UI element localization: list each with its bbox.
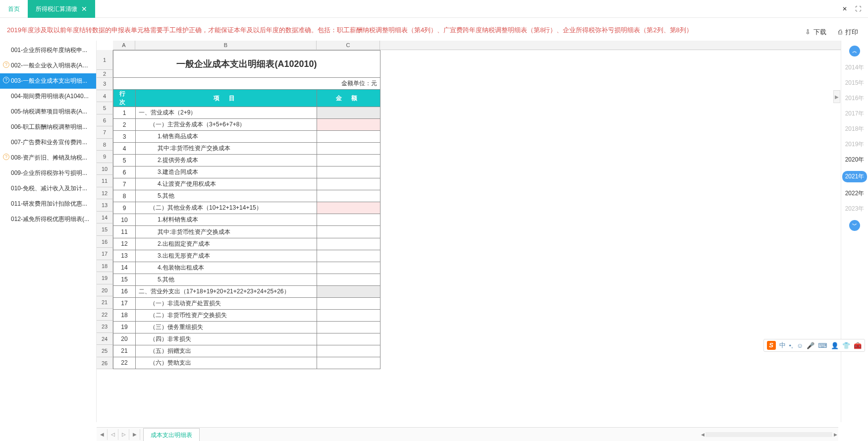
cell-amount[interactable] xyxy=(317,226,380,238)
sidebar-item-0[interactable]: 001-企业所得税年度纳税申... xyxy=(0,43,96,58)
sogou-logo-icon[interactable]: S xyxy=(767,341,776,350)
row-num[interactable]: 17 xyxy=(97,248,112,260)
row-num[interactable]: 14 xyxy=(97,212,112,224)
cell-amount[interactable] xyxy=(317,274,380,285)
cell-amount[interactable] xyxy=(317,214,380,226)
expand-chevron-icon[interactable]: ▶ xyxy=(833,90,840,103)
row-num[interactable]: 3 xyxy=(97,78,112,90)
cell-amount[interactable] xyxy=(317,178,380,190)
cell-amount[interactable] xyxy=(317,333,380,345)
cell-amount[interactable] xyxy=(317,143,380,155)
scroll-down-icon[interactable]: ︾ xyxy=(849,220,860,231)
ime-user-icon[interactable]: 👤 xyxy=(831,342,839,349)
tab-tax-settlement[interactable]: 所得税汇算清缴 ✕ xyxy=(28,0,95,18)
sidebar-item-9[interactable]: 010-免税、减计收入及加计... xyxy=(0,181,96,196)
year-2017年[interactable]: 2017年 xyxy=(845,110,865,118)
cell-amount[interactable] xyxy=(317,190,380,202)
cell-amount[interactable] xyxy=(317,321,380,333)
row-num[interactable]: 9 xyxy=(97,151,112,163)
year-2023年[interactable]: 2023年 xyxy=(845,205,865,213)
row-num[interactable]: 15 xyxy=(97,223,112,236)
row-num[interactable]: 21 xyxy=(97,296,112,309)
sidebar-item-3[interactable]: 004-期间费用明细表(A1040... xyxy=(0,89,96,104)
row-num[interactable]: 4 xyxy=(97,90,112,103)
cell-amount[interactable] xyxy=(317,166,380,178)
sidebar-item-6[interactable]: 007-广告费和业务宣传费跨... xyxy=(0,135,96,150)
ime-keyboard-icon[interactable]: ⌨ xyxy=(818,342,827,349)
cell-amount[interactable] xyxy=(317,357,380,369)
sidebar-item-8[interactable]: 009-企业所得税弥补亏损明... xyxy=(0,165,96,181)
cell-amount[interactable] xyxy=(317,285,380,297)
year-2019年[interactable]: 2019年 xyxy=(845,140,865,149)
row-num[interactable]: 10 xyxy=(97,163,112,175)
year-2022年[interactable]: 2022年 xyxy=(845,189,865,198)
ime-lang[interactable]: 中 xyxy=(779,341,786,350)
cell-amount[interactable] xyxy=(317,250,380,262)
sidebar-item-4[interactable]: 005-纳税调整项目明细表(A... xyxy=(0,104,96,119)
row-num[interactable]: 2 xyxy=(97,70,112,78)
ime-toolbox-icon[interactable]: 🧰 xyxy=(854,342,862,349)
close-tab-icon[interactable]: ✕ xyxy=(81,0,87,18)
year-2014年[interactable]: 2014年 xyxy=(845,63,865,72)
sidebar-item-label: 010-免税、减计收入及加计... xyxy=(11,185,87,192)
cell-amount[interactable] xyxy=(317,202,380,214)
year-2016年[interactable]: 2016年 xyxy=(845,94,865,103)
row-num[interactable]: 22 xyxy=(97,309,112,321)
print-label: 打印 xyxy=(845,27,858,38)
row-num[interactable]: 6 xyxy=(97,114,112,127)
row-num[interactable]: 13 xyxy=(97,199,112,212)
row-num[interactable]: 5 xyxy=(97,102,112,114)
sidebar-item-10[interactable]: 011-研发费用加计扣除优惠... xyxy=(0,196,96,212)
year-2015年[interactable]: 2015年 xyxy=(845,79,865,87)
ime-emoji-icon[interactable]: ☺ xyxy=(797,342,803,349)
cell-amount[interactable] xyxy=(317,119,380,131)
sidebar-item-7[interactable]: ?008-资产折旧、摊销及纳税... xyxy=(0,150,96,165)
col-header-c[interactable]: C xyxy=(317,41,380,50)
print-button[interactable]: ⎙ 打印 xyxy=(838,27,858,38)
year-2020年[interactable]: 2020年 xyxy=(845,156,865,164)
row-num[interactable]: 16 xyxy=(97,236,112,248)
scroll-up-icon[interactable]: ︽ xyxy=(849,46,860,56)
sidebar-item-1[interactable]: ?002-一般企业收入明细表(A10... xyxy=(0,58,96,73)
row-num[interactable]: 19 xyxy=(97,272,112,284)
row-num[interactable]: 20 xyxy=(97,284,112,297)
row-num[interactable]: 7 xyxy=(97,126,112,139)
cell-amount[interactable] xyxy=(317,345,380,357)
ime-skin-icon[interactable]: 👕 xyxy=(842,342,850,349)
cell-amount[interactable] xyxy=(317,131,380,143)
row-num[interactable]: 23 xyxy=(97,321,112,333)
cell-amount[interactable] xyxy=(317,155,380,166)
sidebar-item-5[interactable]: 006-职工薪酬纳税调整明细... xyxy=(0,119,96,135)
year-2018年[interactable]: 2018年 xyxy=(845,125,865,133)
ime-toolbar[interactable]: S 中 •, ☺ 🎤 ⌨ 👤 👕 🧰 xyxy=(763,339,865,352)
cell-amount[interactable] xyxy=(317,107,380,119)
cell-amount[interactable] xyxy=(317,238,380,250)
row-num[interactable]: 26 xyxy=(97,357,112,370)
sidebar-item-11[interactable]: 012-减免所得税优惠明细表(... xyxy=(0,212,96,227)
download-button[interactable]: ⇩ 下载 xyxy=(805,27,826,38)
row-num[interactable]: 18 xyxy=(97,260,112,273)
row-num[interactable]: 12 xyxy=(97,187,112,200)
row-num[interactable]: 11 xyxy=(97,175,112,187)
window-close-icon[interactable]: ✕ xyxy=(842,5,847,12)
year-rail: ︽ 2014年2015年2016年2017年2018年2019年2020年202… xyxy=(841,41,868,422)
help-icon[interactable]: ? xyxy=(3,61,9,68)
tab-home[interactable]: 首页 xyxy=(0,0,28,18)
row-num[interactable]: 8 xyxy=(97,139,112,151)
row-num[interactable]: 25 xyxy=(97,345,112,357)
row-num[interactable]: 1 xyxy=(97,50,112,70)
row-num[interactable]: 24 xyxy=(97,333,112,345)
window-expand-icon[interactable]: ⛶ xyxy=(855,5,861,12)
col-header-b[interactable]: B xyxy=(135,41,317,50)
help-icon[interactable]: ? xyxy=(3,77,9,83)
cell-amount[interactable] xyxy=(317,297,380,309)
col-header-a[interactable]: A xyxy=(113,41,135,50)
ime-punct-icon[interactable]: •, xyxy=(789,342,793,349)
help-icon[interactable]: ? xyxy=(3,154,9,160)
cell-rownum: 17 xyxy=(113,297,136,309)
year-2021年[interactable]: 2021年 xyxy=(842,171,868,182)
cell-amount[interactable] xyxy=(317,262,380,274)
ime-mic-icon[interactable]: 🎤 xyxy=(807,342,814,349)
sidebar-item-2[interactable]: ?003-一般企业成本支出明细... xyxy=(0,73,96,89)
cell-amount[interactable] xyxy=(317,309,380,321)
